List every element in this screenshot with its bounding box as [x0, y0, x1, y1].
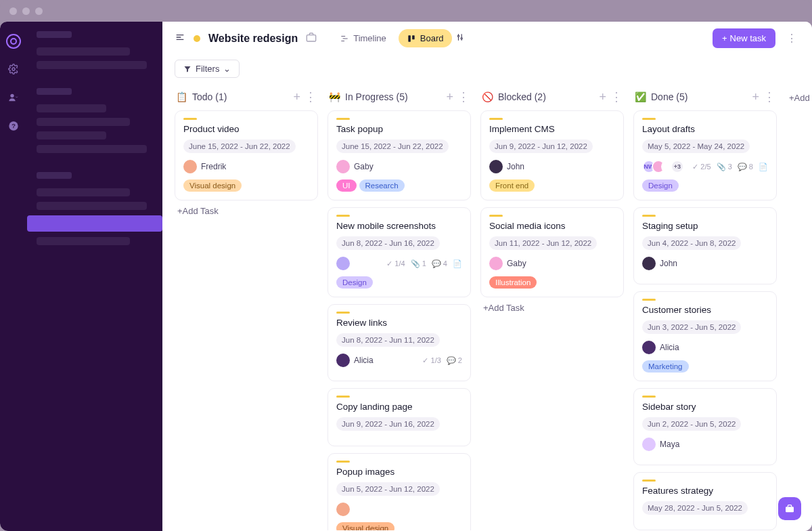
sidebar-item[interactable] [37, 61, 147, 69]
column-more-icon[interactable]: ⋮ [304, 92, 317, 102]
sidebar-item[interactable] [37, 202, 147, 210]
sidebar-item[interactable] [37, 188, 130, 196]
column-add-icon[interactable]: + [752, 92, 759, 102]
traffic-maximize[interactable] [35, 7, 43, 15]
card-stripe [642, 215, 656, 217]
column-more-icon[interactable]: ⋮ [610, 92, 623, 102]
traffic-minimize[interactable] [22, 7, 30, 15]
tab-timeline[interactable]: Timeline [332, 29, 394, 47]
avatar [642, 438, 656, 451]
task-card[interactable]: Features strategy May 28, 2022 - Jun 5, … [633, 472, 777, 530]
card-stats: ✓ 1/3💬 2 [422, 356, 462, 365]
tag: Visual design [336, 522, 394, 530]
tab-timeline-label: Timeline [353, 33, 386, 43]
task-card[interactable]: Copy landing page Jun 9, 2022 - Jun 16, … [328, 388, 471, 446]
add-status-button[interactable]: +Add Status [786, 87, 812, 108]
column-add-icon[interactable]: + [293, 92, 300, 102]
task-card[interactable]: Task popup June 15, 2022 - Jun 22, 2022G… [328, 110, 471, 200]
settings-icon[interactable] [8, 64, 19, 77]
column-add-icon[interactable]: + [446, 92, 453, 102]
sidebar-item[interactable] [37, 118, 130, 126]
settings-sliders-icon[interactable] [456, 33, 466, 45]
traffic-close[interactable] [9, 7, 17, 15]
sidebar-item[interactable] [37, 104, 106, 112]
people-icon[interactable] [8, 92, 19, 106]
task-card[interactable]: Layout drafts May 5, 2022 - May 24, 2022… [633, 110, 777, 200]
column-more-icon[interactable]: ⋮ [763, 92, 775, 102]
card-stripe [642, 118, 656, 120]
card-dates: June 15, 2022 - Jun 22, 2022 [336, 140, 449, 153]
filters-label: Filters [196, 64, 219, 74]
task-card[interactable]: New mobile screenshots Jun 8, 2022 - Jun… [328, 207, 471, 297]
card-stripe [336, 312, 350, 314]
task-card[interactable]: Review links Jun 8, 2022 - Jun 11, 2022A… [328, 304, 471, 381]
task-card[interactable]: Sidebar story Jun 2, 2022 - Jun 5, 2022M… [633, 388, 777, 465]
task-card[interactable]: Staging setup Jun 4, 2022 - Jun 8, 2022J… [633, 207, 777, 284]
card-dates: Jun 8, 2022 - Jun 11, 2022 [336, 333, 440, 347]
add-task-button[interactable]: +Add Task [480, 297, 624, 318]
card-title: Customer stories [642, 305, 768, 315]
card-stripe [642, 396, 656, 398]
tag: Research [359, 179, 405, 192]
more-options-icon[interactable]: ⋮ [784, 29, 800, 47]
svg-point-14 [457, 35, 459, 37]
card-dates: May 28, 2022 - Jun 5, 2022 [642, 501, 748, 515]
fab-button[interactable] [778, 497, 801, 520]
assignee-name: John [660, 259, 677, 268]
sidebar-item[interactable] [37, 237, 130, 245]
new-task-label: New task [730, 33, 766, 43]
help-icon[interactable]: ? [8, 121, 19, 134]
column-more-icon[interactable]: ⋮ [457, 92, 470, 102]
avatar [489, 160, 503, 173]
tag: Visual design [183, 179, 242, 192]
task-card[interactable]: Social media icons Jun 11, 2022 - Jun 12… [480, 207, 624, 297]
card-dates: May 5, 2022 - May 24, 2022 [642, 140, 750, 153]
filters-button[interactable]: Filters ⌄ [175, 60, 240, 78]
add-task-button[interactable]: +Add Task [175, 200, 318, 221]
avatar [336, 257, 350, 270]
card-title: Popup images [336, 467, 462, 477]
board-column: 🚫 Blocked (2) + ⋮ Implement CMS Jun 9, 2… [480, 87, 624, 318]
tag: Front end [489, 179, 535, 192]
tab-board[interactable]: Board [399, 29, 452, 47]
card-stripe [336, 461, 350, 463]
briefcase-icon[interactable] [306, 32, 317, 45]
tab-board-label: Board [420, 33, 444, 43]
avatar [642, 341, 656, 354]
task-card[interactable]: Implement CMS Jun 9, 2022 - Jun 12, 2022… [480, 110, 624, 200]
stat-file: 📄 [453, 259, 462, 268]
svg-point-0 [12, 68, 15, 70]
stat-file: 📄 [759, 163, 768, 171]
avatar [336, 160, 350, 173]
card-title: Review links [336, 318, 462, 328]
sidebar-item[interactable] [37, 47, 130, 56]
topbar: Website redesign Timeline Board + [162, 22, 812, 56]
sidebar-item-active[interactable] [27, 215, 162, 232]
plus-icon: + [722, 33, 727, 43]
tag: Illustration [489, 276, 537, 289]
stat-comments: 💬 4 [432, 259, 447, 268]
tag: Marketing [642, 360, 689, 373]
filter-icon [183, 65, 191, 73]
card-stripe [336, 396, 350, 398]
project-title: Website redesign [208, 33, 298, 45]
column-status-icon: 🚧 [329, 91, 340, 102]
sidebar-item[interactable] [37, 145, 147, 153]
card-dates: June 15, 2022 - Jun 22, 2022 [183, 140, 296, 153]
task-card[interactable]: Customer stories Jun 3, 2022 - Jun 5, 20… [633, 291, 777, 381]
card-dates: Jun 9, 2022 - Jun 16, 2022 [336, 417, 440, 431]
card-title: Implement CMS [489, 124, 615, 134]
column-title: Done (5) [651, 91, 746, 102]
column-title: Todo (1) [192, 91, 288, 102]
card-tags: Design [336, 276, 462, 289]
stat-checklist: ✓ 2/5 [692, 163, 710, 171]
column-add-icon[interactable]: + [599, 92, 606, 102]
avatar-stack: NW+3 [642, 160, 680, 173]
new-task-button[interactable]: + New task [713, 28, 775, 48]
card-tags: Marketing [642, 360, 768, 373]
task-card[interactable]: Product video June 15, 2022 - Jun 22, 20… [175, 110, 318, 200]
task-card[interactable]: Popup images Jun 5, 2022 - Jun 12, 2022V… [328, 453, 471, 530]
sidebar-item[interactable] [37, 131, 106, 140]
app-logo[interactable] [6, 34, 21, 49]
collapse-sidebar-icon[interactable] [175, 32, 185, 45]
